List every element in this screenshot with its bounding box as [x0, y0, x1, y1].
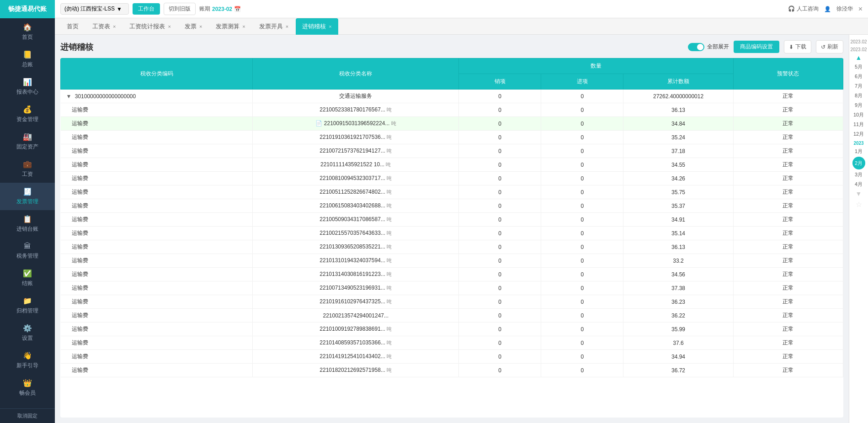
timeline-scroll-up[interactable]: ▲: [856, 54, 862, 61]
topbar-right: 🎧 人工咨询 👤 徐泾华 ×: [788, 5, 863, 13]
tab-payroll[interactable]: 工资表 ×: [86, 18, 122, 35]
table-row[interactable]: 运输费 22100713490523196931... 吨 0 0 37.38 …: [61, 281, 843, 295]
tab-invoice-open[interactable]: 发票开具 ×: [253, 18, 295, 35]
tab-invoice-close[interactable]: ×: [199, 24, 202, 29]
tab-invoice-open-close[interactable]: ×: [286, 24, 288, 29]
sidebar-item-tax[interactable]: 🏛 税务管理: [0, 238, 55, 264]
product-code-settings-button[interactable]: 商品编码设置: [734, 41, 779, 53]
table-row[interactable]: 运输费 22101910361921707536... 吨 0 0 35.24 …: [61, 131, 843, 144]
timeline-month-5[interactable]: 5月: [851, 62, 867, 72]
row-purchase: 0: [541, 309, 623, 323]
table-row[interactable]: 运输费 22100215570357643633... 吨 0 0 35.14 …: [61, 227, 843, 240]
table-row[interactable]: 运输费 22101111435921522 10... 吨 0 0 34.55 …: [61, 158, 843, 172]
row-sales: 0: [459, 90, 541, 103]
row-status: 正常: [733, 281, 843, 295]
table-row[interactable]: ▼ 30100000000000000000 交通运输服务 0 0 27262.…: [61, 90, 843, 103]
table-row[interactable]: 运输费 22100615083403402688... 吨 0 0 35.37 …: [61, 199, 843, 213]
timeline-month-2-active[interactable]: 2月: [852, 157, 865, 169]
table-row[interactable]: 运输费 22101408593571035366... 吨 0 0 37.6 正…: [61, 336, 843, 350]
reports-icon: 📊: [23, 78, 32, 86]
sidebar-item-reports[interactable]: 📊 报表中心: [0, 73, 55, 100]
tab-invoice-calc-close[interactable]: ×: [242, 24, 245, 29]
col-purchase: 进项: [541, 74, 623, 90]
refresh-button[interactable]: ↺ 刷新: [816, 40, 843, 53]
close-icon[interactable]: ×: [858, 5, 863, 13]
sidebar-item-assets[interactable]: 🏭 固定资产: [0, 128, 55, 155]
row-purchase: 0: [541, 90, 623, 103]
table-row[interactable]: 运输费 22101310194324037594... 吨 0 0 33.2 正…: [61, 254, 843, 268]
toggle-switch[interactable]: [688, 43, 704, 51]
timeline-month-4[interactable]: 4月: [851, 180, 867, 189]
table-row[interactable]: 运输费 22101820212692571958... 吨 0 0 36.72 …: [61, 364, 843, 377]
table-row[interactable]: 运输费 22100810094532303717... 吨 0 0 34.26 …: [61, 172, 843, 185]
row-name: 运输费: [61, 103, 253, 117]
row-purchase: 0: [541, 240, 623, 254]
sidebar-item-payroll[interactable]: 💼 工资: [0, 155, 55, 183]
sidebar-item-settle[interactable]: ✅ 结账: [0, 264, 55, 292]
download-button[interactable]: ⬇ 下载: [784, 40, 811, 53]
table-row[interactable]: 运输费 22100721573762194127... 吨 0 0 37.18 …: [61, 144, 843, 158]
tab-invoice-calc[interactable]: 发票测算 ×: [209, 18, 251, 35]
row-name: 运输费: [61, 336, 253, 350]
table-row[interactable]: 运输费 22101916102976437325... 吨 0 0 36.23 …: [61, 295, 843, 309]
table-row[interactable]: 运输费 📄22100915031396592224... 吨 0 0 34.84…: [61, 117, 843, 131]
table-row[interactable]: 运输费 22100523381780176567... 吨 0 0 36.13 …: [61, 103, 843, 117]
table-row[interactable]: 运输费 22101419125410143402... 吨 0 0 34.94 …: [61, 350, 843, 364]
timeline-scroll-down[interactable]: ▼: [856, 190, 862, 197]
sidebar-item-settings[interactable]: ⚙️ 设置: [0, 319, 55, 347]
user-name: 徐泾华: [836, 5, 853, 13]
tab-sales-verify-close[interactable]: ×: [329, 24, 331, 29]
row-cumulative: 33.2: [623, 254, 733, 268]
timeline-month-7[interactable]: 7月: [851, 81, 867, 91]
row-status: 正常: [733, 185, 843, 199]
tab-payroll-stats-close[interactable]: ×: [168, 24, 170, 29]
col-warning-status: 预警状态: [733, 58, 843, 90]
expand-arrow[interactable]: ▼: [66, 93, 72, 100]
table-row[interactable]: 运输费 22101309365208535221... 吨 0 0 36.13 …: [61, 240, 843, 254]
workspace-button[interactable]: 工作台: [133, 3, 160, 15]
tab-payroll-stats[interactable]: 工资统计报表 ×: [123, 18, 177, 35]
sidebar-item-invoice-mgmt[interactable]: 🧾 发票管理: [0, 183, 55, 210]
sidebar-item-purchase-ledger[interactable]: 📋 进销台账: [0, 210, 55, 238]
row-status: 正常: [733, 213, 843, 227]
timeline-month-1[interactable]: 1月: [851, 147, 867, 156]
sidebar-item-guide[interactable]: 👋 新手引导: [0, 347, 55, 374]
table-row[interactable]: 运输费 22101314030816191223... 吨 0 0 34.56 …: [61, 268, 843, 281]
timeline-month-9[interactable]: 9月: [851, 100, 867, 110]
sidebar-item-ledger[interactable]: 📒 总账: [0, 46, 55, 73]
timeline-month-11[interactable]: 11月: [851, 120, 867, 129]
timeline-month-12[interactable]: 12月: [851, 129, 867, 139]
col-cumulative: 累计数额: [623, 74, 733, 90]
table-row[interactable]: 运输费 22100511252826674802... 吨 0 0 35.75 …: [61, 185, 843, 199]
sidebar-item-funds[interactable]: 💰 资金管理: [0, 100, 55, 128]
tab-invoice[interactable]: 发票 ×: [178, 18, 208, 35]
sidebar-item-archive[interactable]: 📁 归档管理: [0, 292, 55, 319]
row-purchase: 0: [541, 117, 623, 131]
tab-bar: 首页 工资表 × 工资统计报表 × 发票 × 发票测算 × 发票开具 × 进销稽…: [55, 18, 868, 35]
favorite-icon[interactable]: ☆: [856, 200, 862, 209]
expand-all-toggle[interactable]: 全部展开: [688, 43, 729, 51]
timeline-month-8[interactable]: 8月: [851, 91, 867, 100]
support-label[interactable]: 🎧 人工咨询: [788, 5, 818, 13]
timeline-month-6[interactable]: 6月: [851, 72, 867, 81]
row-tax-name: 交通运输服务: [253, 90, 459, 103]
timeline-panel: 2023.02 2023.02 ▲ 5月 6月 7月 8月 9月 10月 11月…: [849, 35, 868, 423]
timeline-month-10[interactable]: 10月: [851, 110, 867, 120]
row-sales: 0: [459, 199, 541, 213]
calendar-icon[interactable]: 📅: [234, 6, 241, 12]
tab-home[interactable]: 首页: [60, 18, 85, 35]
unpin-sidebar[interactable]: 取消固定: [0, 408, 55, 423]
table-row[interactable]: 运输费 22100213574294001247... 0 0 36.22 正常: [61, 309, 843, 323]
row-name: 运输费: [61, 144, 253, 158]
table-row[interactable]: 运输费 22100509034317086587... 吨 0 0 34.91 …: [61, 213, 843, 227]
tab-payroll-close[interactable]: ×: [113, 24, 116, 29]
timeline-month-3[interactable]: 3月: [851, 170, 867, 180]
tab-sales-verify[interactable]: 进销稽核 ×: [296, 18, 338, 35]
company-selector[interactable]: (勿动) 江西报宝-LSS ▼: [60, 3, 129, 15]
sidebar-item-member[interactable]: 👑 畅会员: [0, 374, 55, 402]
row-name: 运输费: [61, 254, 253, 268]
table-row[interactable]: 运输费 22101009192789838691... 吨 0 0 35.99 …: [61, 323, 843, 336]
sidebar-item-home[interactable]: 🏠 首页: [0, 18, 55, 46]
switch-version-button[interactable]: 切到旧版: [164, 3, 196, 15]
row-sales: 0: [459, 336, 541, 350]
